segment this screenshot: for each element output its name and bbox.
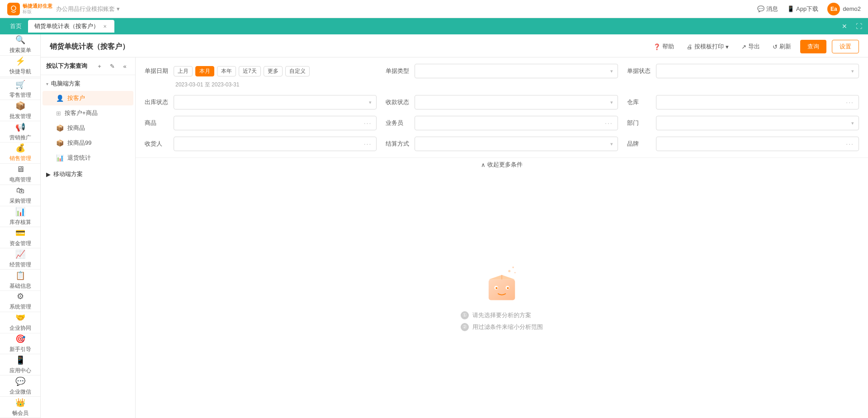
tab-close-icon[interactable]: ✕ [102, 23, 108, 29]
query-btn[interactable]: 查询 [800, 40, 826, 53]
sidebar-guide-label: 新手引导 [9, 346, 31, 353]
mobile-scheme-group[interactable]: ▶ 移动端方案 [41, 167, 135, 181]
filter-row-order-status: 单据状态 ▾ [627, 64, 859, 78]
collapse-row[interactable]: ∧ 收起更多条件 [136, 157, 868, 173]
scheme-item-return-stat[interactable]: 📊 退货统计 [42, 151, 133, 165]
date-this-month[interactable]: 本月 [195, 66, 214, 76]
filter-row-goods: 商品 ··· [145, 116, 377, 130]
scheme-goods-99-label: 按商品99 [67, 139, 91, 147]
warehouse-input[interactable]: ··· [656, 95, 859, 109]
app-download-btn[interactable]: 📱 App下载 [787, 5, 818, 13]
scheme-by-customer-label: 按客户 [67, 94, 85, 102]
wechat-icon: 💬 [15, 376, 25, 386]
date-more[interactable]: 更多 [264, 66, 283, 76]
sidebar-item-ent-wechat[interactable]: 💬 企业微信 [0, 375, 40, 397]
date-row: 上月 本月 本年 近7天 更多 [174, 66, 377, 76]
tab-home[interactable]: 首页 [4, 20, 28, 33]
date-last-7[interactable]: 近7天 [239, 66, 261, 76]
date-last-month[interactable]: 上月 [174, 66, 193, 76]
order-type-input[interactable]: ▾ [415, 64, 618, 78]
scheme-return-label: 退货统计 [67, 154, 91, 162]
export-btn[interactable]: ↗ 导出 [738, 41, 764, 52]
tab-home-label: 首页 [10, 22, 22, 30]
brand-input[interactable]: ··· [656, 137, 859, 151]
tab-maximize[interactable]: ⛶ [854, 21, 864, 32]
sidebar-item-guide[interactable]: 🎯 新手引导 [0, 333, 40, 355]
scheme-add-icon[interactable]: + [94, 61, 104, 71]
sidebar-item-quick-nav[interactable]: ⚡ 快捷导航 [0, 56, 40, 77]
sidebar-item-marketing[interactable]: 📢 营销推广 [0, 121, 40, 142]
message-btn[interactable]: 💬 消息 [757, 5, 778, 13]
empty-illustration [479, 261, 524, 306]
date-custom[interactable]: 自定义 [285, 66, 310, 76]
hint-num-2: ② [461, 323, 469, 331]
sidebar-item-ecommerce[interactable]: 🖥 电商管理 [0, 164, 40, 185]
scheme-cust-goods-label: 按客户+商品 [65, 109, 98, 117]
sidebar-item-retail[interactable]: 🛒 零售管理 [0, 79, 40, 100]
out-status-input[interactable]: ▾ [174, 95, 377, 109]
sidebar-item-quick-nav-label: 快捷导航 [9, 68, 31, 76]
settings-btn[interactable]: 设置 [832, 40, 859, 53]
breadcrumb: 办公用品行业模拟账套 ▾ [56, 5, 120, 13]
department-input[interactable]: ▾ [656, 116, 859, 130]
recipient-input[interactable]: ··· [174, 137, 377, 151]
page-header: 销货单统计表（按客户） ❓ 帮助 🖨 按模板打印 ▾ ↗ 导出 ↺ 刷新 [41, 34, 868, 57]
template-print-label: 按模板打印 [694, 43, 724, 51]
avatar: Ea [827, 3, 840, 15]
scheme-collapse-icon[interactable]: « [120, 61, 130, 71]
department-label: 部门 [627, 119, 652, 127]
scheme-edit-icon[interactable]: ✎ [107, 61, 117, 71]
hint-text-2: 用过滤条件来缩小分析范围 [472, 323, 543, 331]
scheme-goods-label: 按商品 [67, 124, 85, 132]
sidebar-item-finance[interactable]: 💳 资金管理 [0, 227, 40, 248]
sidebar-item-member[interactable]: 👑 畅会员 [0, 397, 40, 418]
sidebar-item-basic-info[interactable]: 📋 基础信息 [0, 270, 40, 291]
query-label: 查询 [807, 43, 819, 51]
sidebar-item-purchase[interactable]: 🛍 采购管理 [0, 185, 40, 206]
tab-close-window[interactable]: ✕ [839, 21, 850, 32]
sidebar-sales-label: 销售管理 [9, 155, 31, 162]
help-btn[interactable]: ❓ 帮助 [650, 41, 678, 52]
sidebar-item-ops[interactable]: 📈 经营管理 [0, 248, 40, 270]
filter-row-date: 单据日期 上月 本月 本年 近7天 [145, 64, 377, 78]
guide-icon: 🎯 [15, 334, 25, 344]
pc-scheme-group: ▾ 电脑端方案 👤 按客户 ⊞ 按客户+商品 📦 按商品 [41, 75, 135, 167]
sidebar-item-wholesale[interactable]: 📦 批发管理 [0, 100, 40, 121]
sidebar-system-label: 系统管理 [9, 303, 31, 311]
payment-status-label: 收款状态 [386, 98, 411, 106]
settlement-label: 结算方式 [386, 140, 411, 148]
salesperson-input[interactable]: ··· [415, 116, 618, 130]
sidebar-item-enterprise[interactable]: 🤝 企业协同 [0, 312, 40, 333]
order-status-input[interactable]: ▾ [656, 64, 859, 78]
sidebar-enterprise-label: 企业协同 [9, 324, 31, 332]
sidebar-item-inventory[interactable]: 📊 库存核算 [0, 206, 40, 228]
goods-input[interactable]: ··· [174, 116, 377, 130]
scheme-item-by-customer-goods[interactable]: ⊞ 按客户+商品 [42, 106, 133, 120]
header-right: 💬 消息 📱 App下载 Ea demo2 [757, 3, 861, 15]
filter-row-department: 部门 ▾ [627, 116, 859, 130]
payment-status-input[interactable]: ▾ [415, 95, 618, 109]
sidebar-item-search[interactable]: 🔍 搜索菜单 [0, 34, 40, 56]
settlement-input[interactable]: ▾ [415, 137, 618, 151]
tab-sales-stat[interactable]: 销货单统计表（按客户） ✕ [28, 20, 114, 33]
mobile-group-arrow: ▶ [46, 171, 51, 178]
scheme-item-by-customer[interactable]: 👤 按客户 [42, 91, 133, 105]
scheme-item-by-goods-99[interactable]: 📦 按商品99 [42, 136, 133, 150]
sidebar-item-system[interactable]: ⚙ 系统管理 [0, 291, 40, 312]
filter-row-salesperson: 业务员 ··· [386, 116, 618, 130]
salesperson-label: 业务员 [386, 119, 411, 127]
sidebar-item-app-center[interactable]: 📱 应用中心 [0, 354, 40, 375]
this-month-label: 本月 [199, 68, 210, 74]
order-type-chevron: ▾ [610, 68, 613, 74]
user-area[interactable]: Ea demo2 [827, 3, 861, 15]
page-actions: ❓ 帮助 🖨 按模板打印 ▾ ↗ 导出 ↺ 刷新 查询 [650, 40, 859, 53]
order-type-label: 单据类型 [386, 67, 411, 75]
pc-scheme-group-title[interactable]: ▾ 电脑端方案 [41, 77, 135, 90]
sidebar-basic-label: 基础信息 [9, 282, 31, 290]
scheme-item-by-goods[interactable]: 📦 按商品 [42, 121, 133, 135]
sales-icon: 💰 [15, 143, 25, 153]
refresh-btn[interactable]: ↺ 刷新 [769, 41, 795, 52]
date-this-year[interactable]: 本年 [217, 66, 236, 76]
template-print-btn[interactable]: 🖨 按模板打印 ▾ [683, 41, 732, 52]
sidebar-item-sales-mgmt[interactable]: 💰 销售管理 [0, 142, 40, 164]
